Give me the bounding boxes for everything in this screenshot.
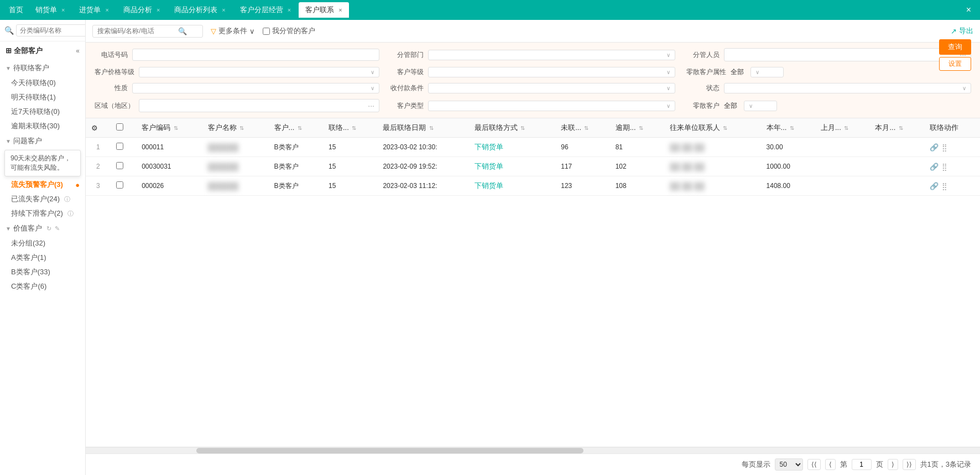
phone-input[interactable] [132, 49, 379, 61]
nav-tab-purchase[interactable]: 进货单 × [72, 2, 115, 18]
nav-tab-customer-tier[interactable]: 客户分层经营 × [233, 2, 298, 18]
sidebar-group-pending[interactable]: ▼ 待联络客户 [0, 60, 85, 76]
settings-button[interactable]: 设置 [939, 57, 971, 71]
page-number-input[interactable] [852, 459, 872, 470]
action-more-icon-0[interactable]: ⣿ [942, 143, 947, 152]
sort-code-icon[interactable]: ⇅ [174, 125, 178, 131]
row-unlink-days-0: 96 [555, 138, 609, 157]
close-tab-analysis-list-icon[interactable]: × [222, 7, 225, 13]
nav-tab-analysis-list[interactable]: 商品分析列表 × [168, 2, 232, 18]
row-type-2: B类客户 [269, 176, 323, 196]
status-select[interactable]: ∨ [724, 83, 971, 93]
more-conditions-button[interactable]: ▽ 更多条件 ∨ [207, 24, 258, 38]
price-level-select[interactable]: ∨ [139, 67, 379, 77]
row-last-method-0[interactable]: 下销货单 [469, 138, 555, 157]
customer-type-select[interactable]: ∨ [428, 101, 675, 111]
sort-this-month-icon[interactable]: ⇅ [899, 125, 903, 131]
sort-method-icon[interactable]: ⇅ [520, 125, 525, 131]
action-more-icon-2[interactable]: ⣿ [942, 182, 947, 190]
sidebar-item-ungrouped[interactable]: 未分组(32) [0, 236, 85, 250]
action-link-icon-0[interactable]: 🔗 [930, 143, 939, 152]
nav-tab-customer-contact[interactable]: 客户联系 × [299, 2, 348, 18]
sidebar-item-overdue-contact[interactable]: 逾期未联络(30) [0, 119, 85, 133]
filter-row-scattered: 零散客户 全部 ∨ [686, 99, 971, 112]
select-all-checkbox[interactable] [116, 123, 123, 131]
close-tab-analysis-icon[interactable]: × [157, 7, 160, 13]
row-last-method-2[interactable]: 下销货单 [469, 176, 555, 196]
sort-type-icon[interactable]: ⇅ [298, 125, 302, 131]
row-contact-person-0: ██ ██ ██ [664, 138, 760, 157]
scattered-select[interactable]: ∨ [744, 101, 777, 111]
scrollbar-thumb[interactable] [196, 448, 583, 453]
sidebar-item-class-c[interactable]: C类客户(6) [0, 279, 85, 294]
next-page-button[interactable]: ⟩ [888, 459, 898, 470]
nature-select[interactable]: ∨ [132, 83, 379, 93]
collapse-sidebar-icon[interactable]: « [76, 47, 80, 55]
sort-year-icon[interactable]: ⇅ [790, 125, 794, 131]
close-tab-purchase-icon[interactable]: × [105, 7, 108, 13]
nature-label: 性质 [95, 83, 128, 93]
checkbox-col-header[interactable] [111, 118, 136, 138]
sidebar-group-problem[interactable]: ▼ 问题客户 [0, 133, 85, 149]
action-more-icon-1[interactable]: ⣿ [942, 163, 947, 171]
sidebar-item-tomorrow-pending[interactable]: 明天待联络(1) [0, 90, 85, 105]
dept-select[interactable]: ∨ [428, 50, 675, 60]
refresh-icon[interactable]: ↻ [46, 225, 51, 232]
row-checkbox-1[interactable] [111, 157, 136, 176]
action-link-icon-2[interactable]: 🔗 [930, 182, 939, 190]
sort-overdue-icon[interactable]: ⇅ [639, 125, 643, 131]
sidebar-all-customers[interactable]: ⊞ 全部客户 « [0, 41, 85, 60]
payment-select[interactable]: ∨ [428, 83, 675, 93]
info-icon: ⓘ [64, 195, 70, 203]
row-checkbox-2[interactable] [111, 176, 136, 196]
nav-tab-sales[interactable]: 销货单 × [29, 2, 71, 18]
sort-name-icon[interactable]: ⇅ [239, 125, 244, 131]
sidebar-item-today-pending[interactable]: 今天待联络(0) [0, 76, 85, 90]
table-settings-icon[interactable]: ⚙ [91, 124, 98, 132]
row-last-month-2 [815, 176, 869, 196]
sort-unlink-icon[interactable]: ⇅ [584, 125, 588, 131]
last-page-button[interactable]: ⟩⟩ [903, 459, 916, 470]
sidebar-item-class-a[interactable]: A类客户(1) [0, 250, 85, 265]
first-page-button[interactable]: ⟨⟨ [807, 459, 821, 470]
sort-person-icon[interactable]: ⇅ [723, 125, 727, 131]
sidebar-item-week-pending[interactable]: 近7天待联络(0) [0, 105, 85, 119]
close-tab-customer-tier-icon[interactable]: × [288, 7, 291, 13]
search-input[interactable] [97, 27, 175, 35]
prev-page-button[interactable]: ⟨ [825, 459, 836, 470]
row-this-month-0 [869, 138, 924, 157]
query-button[interactable]: 查询 [939, 39, 971, 55]
sort-contact-icon[interactable]: ⇅ [352, 125, 356, 131]
close-tab-customer-contact-icon[interactable]: × [338, 7, 342, 13]
row-last-method-1[interactable]: 下销货单 [469, 157, 555, 176]
edit-icon[interactable]: ✎ [55, 225, 60, 232]
sidebar-item-declining[interactable]: 持续下滑客户(2) ⓘ [0, 206, 85, 221]
sidebar-group-value[interactable]: ▼ 价值客户 ↻ ✎ [0, 221, 85, 236]
settings-col-header[interactable]: ⚙ [86, 118, 111, 138]
manager-select[interactable]: ··· [724, 48, 971, 61]
my-customers-checkbox-label[interactable]: 我分管的客户 [263, 26, 315, 36]
sidebar-search-input[interactable] [16, 24, 86, 36]
sidebar-item-class-b[interactable]: B类客户(33) [0, 265, 85, 279]
nav-home-tab[interactable]: 首页 [4, 5, 28, 15]
scattered-attr-select[interactable]: ∨ [750, 67, 784, 77]
action-link-icon-1[interactable]: 🔗 [930, 163, 939, 171]
region-select[interactable]: ··· [139, 99, 379, 112]
sort-last-month-icon[interactable]: ⇅ [844, 125, 848, 131]
sidebar-item-churn-warning[interactable]: 流失预警客户(3) ● [0, 178, 85, 192]
per-page-select[interactable]: 50 100 200 [775, 458, 803, 471]
customer-level-select[interactable]: ∨ [428, 67, 675, 77]
last-method-link-1[interactable]: 下销货单 [475, 162, 503, 170]
horizontal-scrollbar[interactable] [86, 447, 980, 453]
last-method-link-2[interactable]: 下销货单 [475, 181, 503, 190]
my-customers-checkbox[interactable] [263, 28, 270, 35]
close-tab-sales-icon[interactable]: × [61, 7, 65, 13]
export-button[interactable]: ↗ 导出 [951, 26, 973, 36]
last-method-link-0[interactable]: 下销货单 [475, 143, 503, 151]
row-checkbox-0[interactable] [111, 138, 136, 157]
nav-tab-analysis[interactable]: 商品分析 × [117, 2, 166, 18]
sort-date-icon[interactable]: ⇅ [429, 125, 434, 131]
search-wrap: 🔍 [92, 25, 203, 38]
close-all-tabs-button[interactable]: × [962, 5, 976, 15]
sidebar-item-churned[interactable]: 已流失客户(24) ⓘ [0, 192, 85, 206]
